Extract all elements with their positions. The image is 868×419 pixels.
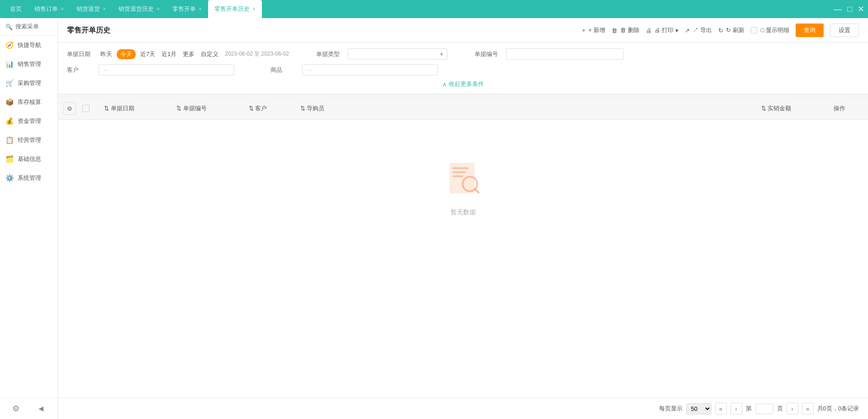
sidebar-item-inventory[interactable]: 📦库存核算 xyxy=(0,93,57,112)
select-all-checkbox[interactable] xyxy=(82,105,90,112)
tab-close-sales-return-history[interactable]: × xyxy=(157,6,160,12)
add-icon: ＋ xyxy=(581,26,587,34)
close-btn[interactable]: ✕ xyxy=(858,4,864,14)
sidebar-icon-inventory: 📦 xyxy=(5,98,14,106)
last-page-btn[interactable]: » xyxy=(802,403,814,414)
export-button[interactable]: ↗ ↗ 导出 xyxy=(685,26,712,34)
svg-rect-1 xyxy=(452,167,469,169)
date-label: 单据日期 xyxy=(67,50,94,58)
date-opt-2[interactable]: 近7天 xyxy=(138,49,157,59)
th-date-sort-icon[interactable]: ⇅ xyxy=(104,105,109,112)
first-page-btn[interactable]: « xyxy=(715,403,727,414)
th-customer-sort-icon[interactable]: ⇅ xyxy=(249,105,254,112)
delete-button[interactable]: 🗑 🗑 删除 xyxy=(612,26,640,34)
goods-label: 商品 xyxy=(270,66,298,74)
tab-close-sales-return[interactable]: × xyxy=(103,6,106,12)
sidebar-search-label: 搜索采单 xyxy=(15,23,39,31)
filter-row-1: 单据日期 昨天今天近7天近1月更多自定义 2023-06-02 至 2023-0… xyxy=(67,48,859,60)
sidebar-label-sys-mgmt: 系统管理 xyxy=(18,174,41,182)
settings-icon[interactable]: ⚙ xyxy=(12,404,19,414)
sidebar-item-ops-mgmt[interactable]: 📋经营管理 xyxy=(0,131,57,150)
svg-rect-3 xyxy=(452,175,463,177)
tab-retail-history[interactable]: 零售开单历史× xyxy=(208,0,262,18)
doc-no-input[interactable] xyxy=(506,48,624,60)
th-salesperson: ⇅ 导购员 xyxy=(295,98,357,120)
sidebar-search[interactable]: 🔍 搜索采单 xyxy=(0,18,57,36)
tab-label-retail-open: 零售开单 xyxy=(172,5,196,13)
sidebar-icon-ops-mgmt: 📋 xyxy=(5,136,14,144)
setting-button[interactable]: 设置 xyxy=(830,24,859,37)
collapse-icon[interactable]: ◄ xyxy=(37,404,45,414)
sidebar: 🔍 搜索采单 🧭快捷导航📊销售管理🛒采购管理📦库存核算💰资金管理📋经营管理🗂️基… xyxy=(0,18,58,419)
doc-type-label: 单据类型 xyxy=(316,50,343,58)
page-number-input[interactable]: 1 xyxy=(755,404,773,414)
date-opt-5[interactable]: 自定义 xyxy=(199,49,220,59)
page-size-select[interactable]: 50 10 20 100 xyxy=(686,403,711,414)
tab-bar: 首页销售订单×销货退货×销货退货历史×零售开单×零售开单历史× — □ ✕ xyxy=(0,0,868,18)
doc-no-label: 单据编号 xyxy=(474,50,502,58)
checkbox-icon xyxy=(751,27,757,33)
page-size-label: 每页显示 xyxy=(659,405,683,413)
tab-close-retail-open[interactable]: × xyxy=(199,6,202,12)
sidebar-label-basic-info: 基础信息 xyxy=(18,155,41,163)
query-button[interactable]: 查询 xyxy=(796,24,824,37)
sidebar-item-basic-info[interactable]: 🗂️基础信息 xyxy=(0,150,57,169)
tab-label-sales-return-history: 销货退货历史 xyxy=(119,5,154,13)
th-salesperson-sort-icon[interactable]: ⇅ xyxy=(300,105,305,112)
sidebar-item-sales-mgmt[interactable]: 📊销售管理 xyxy=(0,55,57,74)
th-customer: ⇅ 客户 xyxy=(243,98,295,120)
search-icon: 🔍 xyxy=(5,24,13,30)
date-opt-3[interactable]: 近1月 xyxy=(160,49,178,59)
customer-input[interactable]: ··· xyxy=(99,64,234,75)
sidebar-icon-basic-info: 🗂️ xyxy=(5,155,14,163)
show-detail-toggle[interactable]: □ 显示明细 xyxy=(751,26,789,34)
svg-rect-2 xyxy=(452,171,466,173)
tab-close-sales-order[interactable]: × xyxy=(61,6,64,12)
minimize-btn[interactable]: — xyxy=(834,5,842,14)
page-header: 零售开单历史 ＋ + 新增 🗑 🗑 删除 🖨 🖨 打印 ▾ ↗ ↗ 导出 xyxy=(58,18,868,43)
column-settings-btn[interactable]: ⚙ xyxy=(63,102,76,115)
goods-input[interactable]: ··· xyxy=(302,64,438,75)
th-doc-no-sort-icon[interactable]: ⇅ xyxy=(176,105,181,112)
refresh-button[interactable]: ↻ ↻ 刷新 xyxy=(718,26,745,34)
goods-filter: 商品 ··· xyxy=(270,64,438,75)
svg-line-6 xyxy=(475,189,479,193)
next-page-btn[interactable]: › xyxy=(787,403,798,414)
sidebar-item-quick-nav[interactable]: 🧭快捷导航 xyxy=(0,36,57,55)
tab-label-retail-history: 零售开单历史 xyxy=(214,5,250,13)
date-opt-4[interactable]: 更多 xyxy=(181,49,196,59)
page-label-2: 页 xyxy=(777,405,783,413)
th-gear: ⚙ xyxy=(58,98,99,120)
svg-point-5 xyxy=(465,179,474,188)
date-opt-1[interactable]: 今天 xyxy=(117,49,136,59)
content-area: 零售开单历史 ＋ + 新增 🗑 🗑 删除 🖨 🖨 打印 ▾ ↗ ↗ 导出 xyxy=(58,18,868,419)
doc-type-dropdown[interactable]: ▾ xyxy=(348,48,447,60)
sidebar-icon-sys-mgmt: ⚙️ xyxy=(5,174,14,182)
sidebar-item-sys-mgmt[interactable]: ⚙️系统管理 xyxy=(0,169,57,188)
date-opt-0[interactable]: 昨天 xyxy=(99,49,114,59)
sidebar-label-purchase-mgmt: 采购管理 xyxy=(18,79,41,87)
sidebar-icon-quick-nav: 🧭 xyxy=(5,41,14,49)
empty-text: 暂无数据 xyxy=(451,208,476,217)
th-date: ⇅ 单据日期 xyxy=(99,98,171,120)
sidebar-item-finance[interactable]: 💰资金管理 xyxy=(0,112,57,131)
tab-label-sales-return: 销货退货 xyxy=(76,5,100,13)
th-amount-sort-icon[interactable]: ⇅ xyxy=(761,105,766,112)
collapse-bar[interactable]: ∧ 收起更多条件 xyxy=(67,80,859,88)
add-button[interactable]: ＋ + 新增 xyxy=(581,26,605,34)
print-button[interactable]: 🖨 🖨 打印 ▾ xyxy=(646,26,679,34)
customer-filter: 客户 ··· xyxy=(67,64,234,75)
tab-retail-open[interactable]: 零售开单× xyxy=(166,0,208,18)
sidebar-item-purchase-mgmt[interactable]: 🛒采购管理 xyxy=(0,74,57,93)
tab-close-retail-history[interactable]: × xyxy=(252,6,256,12)
sidebar-label-quick-nav: 快捷导航 xyxy=(18,41,41,49)
header-actions: ＋ + 新增 🗑 🗑 删除 🖨 🖨 打印 ▾ ↗ ↗ 导出 ↻ xyxy=(581,24,859,37)
prev-page-btn[interactable]: ‹ xyxy=(730,403,742,414)
tab-sales-return-history[interactable]: 销货退货历史× xyxy=(112,0,166,18)
tab-home[interactable]: 首页 xyxy=(4,0,28,18)
tab-sales-return[interactable]: 销货退货× xyxy=(70,0,112,18)
filter-area: 单据日期 昨天今天近7天近1月更多自定义 2023-06-02 至 2023-0… xyxy=(58,43,868,94)
collapse-chevron: ∧ xyxy=(442,81,447,88)
maximize-btn[interactable]: □ xyxy=(847,5,852,14)
tab-sales-order[interactable]: 销售订单× xyxy=(28,0,70,18)
